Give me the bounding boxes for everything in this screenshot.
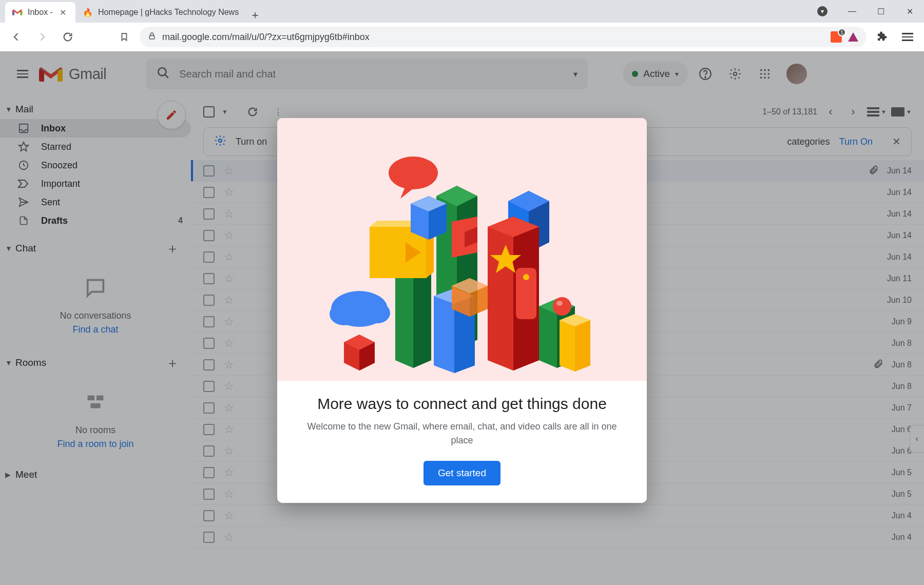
minimize-icon[interactable]: — (838, 1, 867, 22)
window-controls: ▾ — ☐ ✕ (817, 0, 924, 23)
reload-icon[interactable] (57, 27, 78, 47)
tab-close-icon[interactable]: ✕ (58, 7, 68, 17)
close-window-icon[interactable]: ✕ (895, 1, 924, 22)
welcome-modal: More ways to connect and get things done… (277, 118, 647, 503)
url-text: mail.google.com/mail/u/0/?zx=ut6gmjpyg6t… (162, 32, 370, 43)
gmail-favicon (12, 7, 23, 17)
lock-icon (148, 31, 156, 43)
tab-strip: Inbox - ✕ 🔥 Homepage | gHacks Technology… (0, 0, 924, 23)
shield-icon[interactable]: ▾ (817, 6, 827, 16)
browser-menu-icon[interactable] (897, 33, 918, 41)
back-icon[interactable] (6, 27, 27, 47)
svg-point-33 (556, 301, 563, 306)
brave-rewards-icon[interactable] (848, 32, 858, 42)
maximize-icon[interactable]: ☐ (867, 1, 895, 22)
address-bar[interactable]: mail.google.com/mail/u/0/?zx=ut6gmjpyg6t… (140, 27, 867, 47)
extensions-icon[interactable] (872, 31, 892, 43)
svg-point-27 (389, 157, 438, 189)
tab-title: Homepage | gHacks Technology News (98, 8, 239, 17)
svg-point-30 (364, 303, 390, 323)
address-bar-row: mail.google.com/mail/u/0/?zx=ut6gmjpyg6t… (0, 23, 924, 51)
modal-subtitle: Welcome to the new Gmail, where email, c… (298, 420, 626, 447)
browser-chrome: Inbox - ✕ 🔥 Homepage | gHacks Technology… (0, 0, 924, 51)
browser-tab[interactable]: 🔥 Homepage | gHacks Technology News (75, 2, 246, 23)
browser-tab-active[interactable]: Inbox - ✕ (5, 2, 75, 23)
ghacks-favicon: 🔥 (83, 7, 93, 17)
svg-point-29 (330, 303, 358, 325)
get-started-button[interactable]: Get started (424, 461, 500, 485)
modal-title: More ways to connect and get things done (298, 395, 626, 413)
new-tab-button[interactable]: ＋ (246, 7, 264, 23)
brave-shield-icon[interactable]: 1 (831, 31, 842, 43)
svg-rect-0 (149, 35, 154, 39)
modal-hero-image (277, 118, 647, 381)
modal-body: More ways to connect and get things done… (277, 381, 647, 503)
modal-overlay[interactable]: More ways to connect and get things done… (0, 51, 924, 585)
tab-title: Inbox - (28, 8, 53, 17)
bookmark-icon[interactable] (114, 27, 134, 47)
forward-icon (32, 27, 52, 47)
svg-point-32 (553, 297, 571, 316)
svg-point-31 (523, 274, 529, 280)
